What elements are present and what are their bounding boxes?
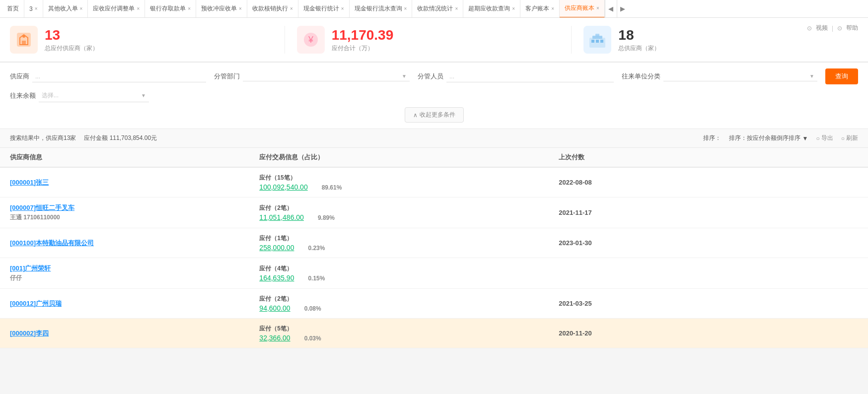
row5-trans-percent: 0.03% xyxy=(304,335,321,342)
row1-supplier-name[interactable]: [000007]恒旺二手叉车 xyxy=(10,203,259,212)
nav-tab-other-income[interactable]: 其他收入单 × xyxy=(43,0,88,18)
row5-trans-amount[interactable]: 32,366.00 xyxy=(259,334,290,342)
department-chevron-icon: ▼ xyxy=(402,73,407,79)
nav-tab-customer-ledger[interactable]: 客户账本 × xyxy=(520,0,560,18)
nav-tab-3-label: 3 xyxy=(29,5,33,12)
table-row[interactable]: [000001]张三 应付（15笔） 100,092,540.00 89.61%… xyxy=(0,168,868,197)
payable-suppliers-icon xyxy=(10,26,38,54)
nav-tab-3[interactable]: 3 × xyxy=(24,0,43,18)
nav-tab-bank-deposit-label: 银行存取款单 xyxy=(150,4,186,13)
row5-supplier-name[interactable]: [000002]李四 xyxy=(10,329,259,338)
filter-balance: 往来余额 选择... ▼ xyxy=(10,89,149,102)
row0-supplier-col: [000001]张三 xyxy=(10,178,259,187)
nav-tab-cash-bank-stat[interactable]: 现金银行统计 × xyxy=(298,0,350,18)
table-row[interactable]: [001]广州荣轩 仔仔 应付（4笔） 164,635.90 0.15% xyxy=(0,258,868,289)
row4-trans-amount[interactable]: 94,600.00 xyxy=(259,304,290,312)
balance-chevron-icon: ▼ xyxy=(141,93,146,98)
nav-tab-supplier-close[interactable]: × xyxy=(596,5,599,11)
nav-tab-cash-bank-stat-close[interactable]: × xyxy=(341,6,344,11)
svg-point-2 xyxy=(22,35,25,38)
export-button[interactable]: ○ 导出 xyxy=(816,134,833,142)
row5-supplier-col: [000002]李四 xyxy=(10,329,259,338)
row2-trans-amount[interactable]: 258,000.00 xyxy=(259,244,294,252)
payable-total-icon: ¥ xyxy=(297,26,325,54)
nav-tab-payment-verify[interactable]: 收款核销执行 × xyxy=(247,0,298,18)
person-filter-input[interactable] xyxy=(446,71,614,82)
row3-trans-label: 应付（4笔） xyxy=(259,264,559,273)
person-filter-label: 分管人员 xyxy=(418,72,443,81)
nav-tab-supplier-label: 供应商账本 xyxy=(565,4,594,12)
nav-tab-bank-deposit[interactable]: 银行存取款单 × xyxy=(145,0,196,18)
row1-trans-amount[interactable]: 11,051,486.00 xyxy=(259,213,304,221)
video-link[interactable]: 视频 xyxy=(816,24,828,32)
row0-supplier-name[interactable]: [000001]张三 xyxy=(10,178,259,187)
row2-trans-percent: 0.23% xyxy=(308,245,325,252)
search-button[interactable]: 查询 xyxy=(825,68,858,84)
nav-tab-payment-stat[interactable]: 收款情况统计 × xyxy=(412,0,463,18)
nav-tab-overdue-ar-close[interactable]: × xyxy=(512,6,515,11)
filter-row-1: 供应商 分管部门 ▼ 分管人员 往来单位分类 ▼ 查询 xyxy=(10,68,858,84)
row0-trans-amount[interactable]: 100,092,540.00 xyxy=(259,183,307,191)
svg-rect-1 xyxy=(22,41,26,45)
table-row[interactable]: [000007]恒旺二手叉车 王通 17106110000 应付（2笔） 11,… xyxy=(0,197,868,228)
nav-tab-customer-label: 客户账本 xyxy=(525,4,549,13)
filter-supplier: 供应商 xyxy=(10,71,206,82)
row1-trans-percent: 9.89% xyxy=(318,214,335,221)
results-actions: 排序： 排序：按应付余额倒序排序 ▼ ○ 导出 ○ 刷新 xyxy=(703,134,858,142)
row1-trans-label: 应付（2笔） xyxy=(259,204,559,212)
svg-text:¥: ¥ xyxy=(308,35,314,45)
nav-tab-cash-flow-close[interactable]: × xyxy=(404,6,407,11)
nav-tab-other-income-close[interactable]: × xyxy=(80,6,83,11)
nav-tab-home-label: 首页 xyxy=(7,4,19,13)
nav-tab-other-income-label: 其他收入单 xyxy=(48,4,78,13)
refresh-icon: ○ xyxy=(841,135,845,142)
nav-tab-ar-ap-close[interactable]: × xyxy=(137,6,140,11)
nav-tab-payment-stat-close[interactable]: × xyxy=(455,6,458,11)
table-row[interactable]: [000002]李四 应付（5笔） 32,366.00 0.03% 2020-1… xyxy=(0,319,868,348)
nav-tab-payment-verify-close[interactable]: × xyxy=(290,6,293,11)
row2-supplier-name[interactable]: [000100]本特勤油品有限公司 xyxy=(10,239,259,248)
nav-next-button[interactable]: ▶ xyxy=(617,0,629,18)
department-filter-select[interactable]: ▼ xyxy=(243,71,410,81)
divider: | xyxy=(832,25,833,32)
nav-tab-cash-flow[interactable]: 现金银行流水查询 × xyxy=(350,0,413,18)
nav-tab-bank-deposit-close[interactable]: × xyxy=(188,6,191,11)
nav-tab-home[interactable]: 首页 xyxy=(2,0,24,18)
supplier-filter-input[interactable] xyxy=(32,71,206,82)
nav-tab-prepay-offset[interactable]: 预收冲应收单 × xyxy=(196,0,247,18)
sort-text: 排序：按应付余额倒序排序 xyxy=(729,134,800,142)
nav-tab-customer-close[interactable]: × xyxy=(551,6,554,11)
total-suppliers-icon xyxy=(583,26,611,54)
help-icon: ⊙ xyxy=(837,25,842,32)
results-info: 搜索结果中，供应商13家 应付金额 111,703,854.00元 xyxy=(10,134,157,142)
filter-department: 分管部门 ▼ xyxy=(214,71,410,81)
results-summary-text: 搜索结果中，供应商13家 xyxy=(10,134,76,142)
row4-supplier-name[interactable]: [000012]广州贝瑞 xyxy=(10,299,259,308)
row3-supplier-name[interactable]: [001]广州荣轩 xyxy=(10,264,259,273)
unit-filter-select[interactable]: ▼ xyxy=(663,71,818,81)
nav-prev-button[interactable]: ◀ xyxy=(605,0,617,18)
table-row[interactable]: [000012]广州贝瑞 应付（2笔） 94,600.00 0.08% 2021… xyxy=(0,289,868,319)
row4-transaction-col: 应付（2笔） 94,600.00 0.08% xyxy=(259,295,559,312)
row2-lastpay-date: 2023-01-30 xyxy=(559,239,592,247)
nav-tab-supplier-ledger[interactable]: 供应商账本 × xyxy=(560,0,605,18)
table-row[interactable]: [000100]本特勤油品有限公司 应付（1笔） 258,000.00 0.23… xyxy=(0,228,868,258)
row1-lastpay-col: 2021-11-17 xyxy=(559,209,758,216)
help-link[interactable]: 帮助 xyxy=(846,24,858,32)
balance-filter-select[interactable]: 选择... ▼ xyxy=(39,89,149,102)
collapse-filter-button[interactable]: ∧ 收起更多条件 xyxy=(405,107,464,123)
sort-button[interactable]: 排序：按应付余额倒序排序 ▼ xyxy=(729,134,808,142)
row3-trans-amount[interactable]: 164,635.90 xyxy=(259,274,294,282)
balance-filter-label: 往来余额 xyxy=(10,91,36,100)
nav-tab-prepay-close[interactable]: × xyxy=(239,6,242,11)
nav-tab-ar-ap-adjust[interactable]: 应收应付调整单 × xyxy=(88,0,145,18)
export-icon: ○ xyxy=(816,135,820,142)
nav-tab-overdue-ar[interactable]: 超期应收款查询 × xyxy=(463,0,520,18)
nav-tab-cash-flow-label: 现金银行流水查询 xyxy=(355,4,402,13)
nav-tab-3-close[interactable]: × xyxy=(35,6,38,11)
row2-supplier-col: [000100]本特勤油品有限公司 xyxy=(10,239,259,248)
row5-trans-label: 应付（5笔） xyxy=(259,325,559,333)
svg-rect-7 xyxy=(596,40,599,43)
refresh-button[interactable]: ○ 刷新 xyxy=(841,134,858,142)
row2-trans-label: 应付（1笔） xyxy=(259,234,559,243)
